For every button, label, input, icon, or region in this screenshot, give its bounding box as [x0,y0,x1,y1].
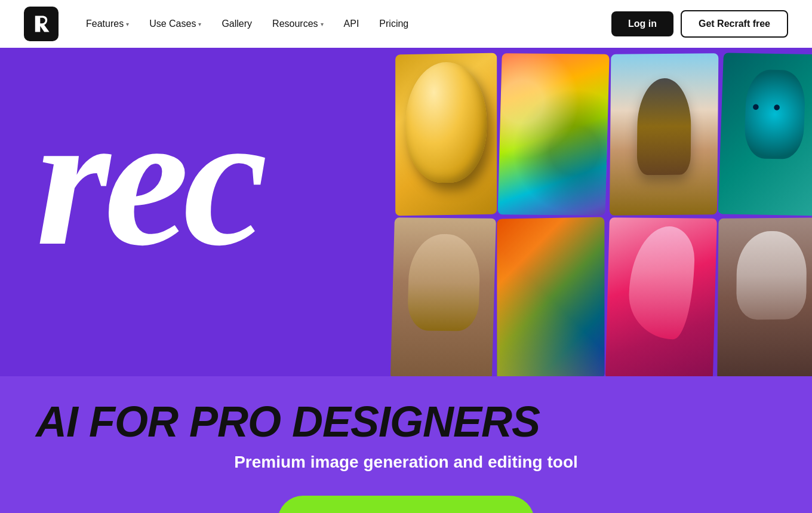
collage-panel-7 [605,217,717,376]
nav-actions: Log in Get Recraft free [611,10,788,38]
logo[interactable] [24,7,59,41]
login-button[interactable]: Log in [611,11,673,36]
hero-image-collage [385,48,812,370]
hero-headline: AI FOR PRO DESIGNERS [36,400,776,443]
chevron-down-icon: ▾ [126,21,129,27]
collage-panel-4 [718,53,812,216]
collage-panel-2 [498,53,610,216]
chevron-down-icon: ▾ [321,21,324,27]
hero-cta-wrapper: Start creating now [36,496,776,513]
navigation: Features ▾ Use Cases ▾ Gallery Resources… [0,0,812,48]
nav-use-cases[interactable]: Use Cases ▾ [141,14,210,34]
nav-features[interactable]: Features ▾ [78,14,137,34]
hero-section: rec AI FOR PRO DESIGNERS Premium image g… [0,48,812,513]
collage-panel-3 [610,53,718,216]
nav-pricing[interactable]: Pricing [371,14,417,34]
start-creating-button[interactable]: Start creating now [278,496,534,513]
collage-panel-1 [395,53,497,216]
hero-subheadline: Premium image generation and editing too… [36,453,776,472]
collage-panel-8 [717,217,812,376]
nav-links: Features ▾ Use Cases ▾ Gallery Resources… [78,14,611,34]
collage-panel-5 [390,217,496,376]
nav-api[interactable]: API [336,14,368,34]
get-recraft-free-button[interactable]: Get Recraft free [681,10,788,38]
hero-banner: rec [0,48,812,376]
nav-gallery[interactable]: Gallery [213,14,260,34]
collage-panel-6 [497,217,604,376]
logo-icon [31,14,51,34]
hero-bottom: AI FOR PRO DESIGNERS Premium image gener… [0,376,812,513]
chevron-down-icon: ▾ [198,21,201,27]
hero-big-text: rec [36,84,262,275]
nav-resources[interactable]: Resources ▾ [264,14,331,34]
